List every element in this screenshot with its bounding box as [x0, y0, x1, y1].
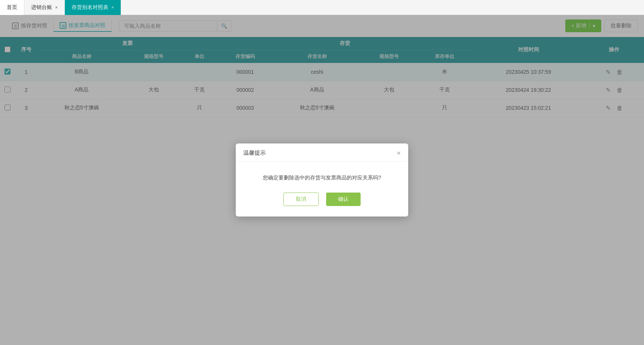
dialog: 温馨提示 × 您确定要删除选中的存货与发票商品的对应关系吗? 取消 确认	[236, 143, 408, 216]
tab-mapping-label: 存货别名对照表	[72, 4, 108, 11]
tab-mapping-close[interactable]: ×	[111, 5, 114, 10]
dialog-close-button[interactable]: ×	[397, 150, 401, 157]
main-content: ☰ 按存货对照 ▤ 按发票商品对照 🔍 + 新增 ▾ 批量删除	[0, 15, 644, 345]
dialog-message: 您确定要删除选中的存货与发票商品的对应关系吗?	[263, 175, 381, 181]
btn-cancel-label: 取消	[296, 196, 306, 202]
dialog-body: 您确定要删除选中的存货与发票商品的对应关系吗?	[236, 161, 408, 192]
tab-home[interactable]: 首页	[0, 0, 24, 15]
tab-home-label: 首页	[7, 4, 17, 11]
tab-ledger[interactable]: 进销台账 ×	[24, 0, 65, 15]
dialog-header: 温馨提示 ×	[236, 143, 408, 161]
overlay: 温馨提示 × 您确定要删除选中的存货与发票商品的对应关系吗? 取消 确认	[0, 15, 644, 345]
btn-confirm-label: 确认	[338, 196, 349, 202]
tab-ledger-close[interactable]: ×	[55, 5, 58, 10]
dialog-footer: 取消 确认	[236, 193, 408, 217]
btn-confirm[interactable]: 确认	[326, 193, 361, 206]
tab-ledger-label: 进销台账	[31, 4, 52, 11]
dialog-title: 温馨提示	[243, 149, 266, 157]
tab-bar: 首页 进销台账 × 存货别名对照表 ×	[0, 0, 644, 15]
tab-mapping[interactable]: 存货别名对照表 ×	[65, 0, 121, 15]
btn-cancel[interactable]: 取消	[283, 193, 319, 206]
